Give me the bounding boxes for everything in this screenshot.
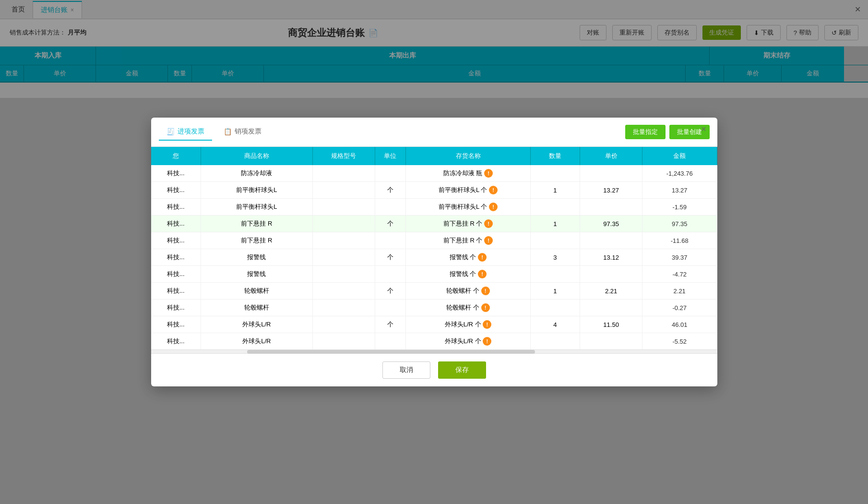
warning-icon[interactable]: ! (478, 270, 487, 278)
modal-header: 🧾 进项发票 📋 销项发票 批量指定 批量创建 × (151, 118, 717, 147)
cell-unit (375, 165, 406, 182)
warning-icon[interactable]: ! (483, 337, 491, 346)
cancel-button[interactable]: 取消 (382, 361, 430, 379)
cell-product-name: 报警线 (201, 266, 312, 283)
warning-icon[interactable]: ! (481, 303, 490, 312)
cell-unit: 个 (375, 216, 406, 232)
cell-unit (375, 232, 406, 249)
warning-icon[interactable]: ! (481, 287, 490, 295)
cell-spec (312, 199, 375, 216)
cell-supplier: 科技... (151, 216, 201, 232)
th-qty: 数量 (530, 147, 580, 165)
warning-icon[interactable]: ! (489, 186, 498, 194)
cell-inventory: 前平衡杆球头L 个 ! (406, 199, 530, 216)
scrollbar-thumb[interactable] (247, 350, 535, 354)
cell-supplier: 科技... (151, 199, 201, 216)
save-button[interactable]: 保存 (438, 361, 486, 379)
cell-amount: -0.27 (642, 300, 717, 316)
cell-unit-price (580, 232, 642, 249)
cell-product-name: 轮毂螺杆 (201, 300, 312, 316)
cell-unit (375, 300, 406, 316)
cell-qty: 4 (530, 316, 580, 333)
cell-amount: -1.59 (642, 199, 717, 216)
table-row: 科技... 报警线 报警线 个 ! -4.72 (151, 266, 717, 283)
cell-unit (375, 333, 406, 350)
th-unit-price: 单价 (580, 147, 642, 165)
cell-amount: 39.37 (642, 249, 717, 266)
cell-supplier: 科技... (151, 283, 201, 300)
page-container: 首页 进销台账 × ✕ 销售成本计算方法： 月平均 商贸企业进销台账 📄 对账 … (0, 0, 868, 504)
warning-icon[interactable]: ! (483, 320, 491, 329)
modal-close-button[interactable]: × (698, 123, 710, 135)
cell-unit-price (580, 333, 642, 350)
modal-table: 您 商品名称 规格型号 单位 存货名称 数量 单价 金额 科技... (151, 147, 717, 349)
purchase-invoice-icon: 🧾 (166, 128, 175, 135)
table-row: 科技... 外球头L/R 个 外球头L/R 个 ! 4 11.50 46.01 (151, 316, 717, 333)
cell-qty (530, 266, 580, 283)
tab-purchase-invoice[interactable]: 🧾 进项发票 (159, 123, 212, 141)
cell-unit (375, 199, 406, 216)
cell-supplier: 科技... (151, 182, 201, 199)
cell-spec (312, 266, 375, 283)
cell-qty (530, 199, 580, 216)
cell-amount: -4.72 (642, 266, 717, 283)
th-unit: 单位 (375, 147, 406, 165)
cell-unit-price: 97.35 (580, 216, 642, 232)
tab-purchase-label: 进项发票 (178, 127, 204, 136)
warning-icon[interactable]: ! (484, 169, 493, 178)
cell-supplier: 科技... (151, 300, 201, 316)
th-amount: 金额 (642, 147, 717, 165)
sales-invoice-icon: 📋 (224, 128, 232, 135)
cell-supplier: 科技... (151, 333, 201, 350)
cell-unit: 个 (375, 283, 406, 300)
cell-amount: 97.35 (642, 216, 717, 232)
cell-inventory: 防冻冷却液 瓶 ! (406, 165, 530, 182)
cell-inventory: 报警线 个 ! (406, 266, 530, 283)
cell-spec (312, 316, 375, 333)
warning-icon[interactable]: ! (484, 219, 493, 228)
cell-unit-price: 11.50 (580, 316, 642, 333)
cell-amount: 2.21 (642, 283, 717, 300)
cell-qty (530, 300, 580, 316)
cell-product-name: 前下悬挂 R (201, 216, 312, 232)
cell-amount: -11.68 (642, 232, 717, 249)
cell-inventory: 报警线 个 ! (406, 249, 530, 266)
table-row: 科技... 前下悬挂 R 前下悬挂 R 个 ! -11.68 (151, 232, 717, 249)
cell-qty (530, 333, 580, 350)
cell-unit-price (580, 165, 642, 182)
cell-inventory: 外球头L/R 个 ! (406, 333, 530, 350)
cell-spec (312, 182, 375, 199)
cell-supplier: 科技... (151, 232, 201, 249)
cell-amount: -5.52 (642, 333, 717, 350)
warning-icon[interactable]: ! (484, 236, 493, 245)
cell-amount: 13.27 (642, 182, 717, 199)
modal-dialog: 🧾 进项发票 📋 销项发票 批量指定 批量创建 × (151, 118, 717, 386)
cell-inventory: 前下悬挂 R 个 ! (406, 216, 530, 232)
warning-icon[interactable]: ! (489, 203, 498, 211)
modal-actions: 批量指定 批量创建 (625, 125, 710, 139)
tab-sales-label: 销项发票 (235, 127, 262, 136)
table-row: 科技... 报警线 个 报警线 个 ! 3 13.12 39.37 (151, 249, 717, 266)
cell-qty: 1 (530, 182, 580, 199)
tab-sales-invoice[interactable]: 📋 销项发票 (216, 123, 269, 141)
cell-inventory: 前下悬挂 R 个 ! (406, 232, 530, 249)
table-row: 科技... 轮毂螺杆 轮毂螺杆 个 ! -0.27 (151, 300, 717, 316)
cell-product-name: 报警线 (201, 249, 312, 266)
cell-supplier: 科技... (151, 165, 201, 182)
cell-amount: -1,243.76 (642, 165, 717, 182)
warning-icon[interactable]: ! (478, 253, 487, 262)
cell-spec (312, 300, 375, 316)
cell-unit-price (580, 199, 642, 216)
cell-spec (312, 165, 375, 182)
cell-spec (312, 333, 375, 350)
cell-supplier: 科技... (151, 249, 201, 266)
modal-horizontal-scrollbar[interactable] (151, 349, 717, 353)
cell-product-name: 前平衡杆球头L (201, 182, 312, 199)
cell-qty: 3 (530, 249, 580, 266)
cell-spec (312, 283, 375, 300)
th-spec: 规格型号 (312, 147, 375, 165)
cell-supplier: 科技... (151, 316, 201, 333)
table-row: 科技... 防冻冷却液 防冻冷却液 瓶 ! -1,243.76 (151, 165, 717, 182)
batch-assign-button[interactable]: 批量指定 (625, 125, 666, 139)
cell-product-name: 防冻冷却液 (201, 165, 312, 182)
